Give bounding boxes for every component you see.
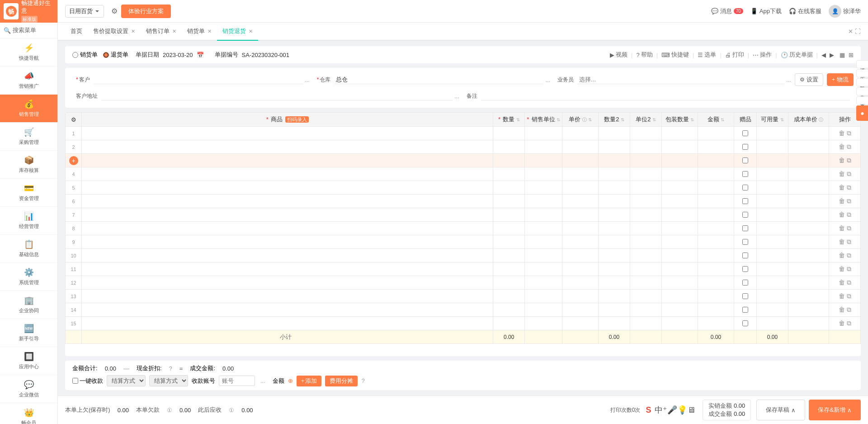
delete-row-icon[interactable]: 🗑 <box>839 238 845 246</box>
shortcut-action[interactable]: ⌨ 快捷键 <box>661 51 689 59</box>
sidebar-item-purchase[interactable]: 🛒 采购管理 <box>0 123 57 151</box>
app-download-item[interactable]: 📱 App下载 <box>750 7 782 15</box>
unit-cell[interactable] <box>525 235 562 249</box>
avail-cell[interactable] <box>757 167 788 181</box>
tab-sales-delivery[interactable]: 销货单 ✕ <box>182 23 217 41</box>
cost-cell[interactable] <box>788 303 829 317</box>
amount-cell[interactable] <box>698 276 734 290</box>
avail-cell[interactable] <box>757 290 788 303</box>
unit2-cell[interactable] <box>630 127 662 140</box>
tab-close-sales-order[interactable]: ✕ <box>172 29 176 34</box>
cost-cell[interactable] <box>788 208 829 222</box>
history-action[interactable]: 🕐 历史单据 <box>781 51 813 59</box>
unit-sort-icon[interactable]: ⇅ <box>557 117 560 122</box>
unit2-cell[interactable] <box>630 290 662 303</box>
amount-cell[interactable] <box>698 317 734 330</box>
settings-btn[interactable]: ⚙ 设置 <box>795 73 823 86</box>
price-cell[interactable] <box>562 167 599 181</box>
pkgqty-cell[interactable] <box>662 181 698 195</box>
qty2-cell[interactable] <box>599 303 630 317</box>
cost-cell[interactable] <box>788 181 829 195</box>
online-service-item[interactable]: 🎧 在线客服 <box>789 7 821 15</box>
avail-sort-icon[interactable]: ⇅ <box>780 117 784 122</box>
gift-checkbox[interactable] <box>742 293 748 299</box>
delete-row-icon[interactable]: 🗑 <box>839 129 845 137</box>
gift-checkbox[interactable] <box>742 212 748 218</box>
cost-cell[interactable] <box>788 235 829 249</box>
delete-row-icon[interactable]: 🗑 <box>839 265 845 273</box>
pkgqty-cell[interactable] <box>662 235 698 249</box>
qty2-cell[interactable] <box>599 140 630 154</box>
message-item[interactable]: 💬 消息 70 <box>711 7 743 15</box>
float-collect[interactable]: 收藏 <box>856 87 868 95</box>
qty2-cell[interactable] <box>599 290 630 303</box>
unit2-cell[interactable] <box>630 140 662 154</box>
tab-sales-return[interactable]: 销货退货 ✕ <box>217 23 258 41</box>
cost-cell[interactable] <box>788 127 829 140</box>
operate-action[interactable]: ⋯ 操作 <box>753 51 772 59</box>
customer-dots[interactable]: ... <box>305 76 310 83</box>
qty2-sort-icon[interactable]: ⇅ <box>621 117 624 122</box>
unit2-cell[interactable] <box>630 167 662 181</box>
pkgqty-cell[interactable] <box>662 208 698 222</box>
cost-cell[interactable] <box>788 167 829 181</box>
unit-cell[interactable] <box>525 262 562 276</box>
price-cell[interactable] <box>562 181 599 195</box>
unit2-cell[interactable] <box>630 303 662 317</box>
pkgqty-cell[interactable] <box>662 262 698 276</box>
amount-cell[interactable] <box>698 208 734 222</box>
delete-row-icon[interactable]: 🗑 <box>839 143 845 151</box>
qty-cell[interactable] <box>493 181 525 195</box>
unit2-cell[interactable] <box>630 249 662 262</box>
unit2-cell[interactable] <box>630 262 662 276</box>
amount-cell[interactable] <box>698 303 734 317</box>
price-cell[interactable] <box>562 235 599 249</box>
account-dots[interactable]: ... <box>260 377 265 384</box>
avail-cell[interactable] <box>757 235 788 249</box>
qty-cell[interactable] <box>493 195 525 208</box>
price-sort-icon[interactable]: ⇅ <box>588 117 592 122</box>
price-cell[interactable] <box>562 140 599 154</box>
discount-help-icon[interactable]: ? <box>169 365 172 372</box>
amount-cell[interactable] <box>698 167 734 181</box>
cost-split-button[interactable]: 费用分摊 <box>325 376 358 386</box>
sidebar-item-wechat[interactable]: 💬 企业微信 <box>0 375 57 403</box>
copy-row-icon[interactable]: ⧉ <box>847 238 851 246</box>
copy-row-icon[interactable]: ⧉ <box>847 279 851 286</box>
avail-cell[interactable] <box>757 317 788 330</box>
unit-cell[interactable] <box>525 195 562 208</box>
copy-row-icon[interactable]: ⧉ <box>847 129 851 137</box>
unit2-cell[interactable] <box>630 276 662 290</box>
pkgqty-cell[interactable] <box>662 317 698 330</box>
warehouse-input[interactable] <box>334 75 543 84</box>
gift-checkbox[interactable] <box>742 280 748 286</box>
pkgqty-cell[interactable] <box>662 222 698 235</box>
gift-checkbox[interactable] <box>742 239 748 245</box>
th-gear[interactable]: ⚙ <box>66 113 82 127</box>
avail-cell[interactable] <box>757 276 788 290</box>
delete-row-icon[interactable]: 🗑 <box>839 170 845 178</box>
cost-cell[interactable] <box>788 249 829 262</box>
qty-cell[interactable] <box>493 262 525 276</box>
price-cell[interactable] <box>562 290 599 303</box>
tab-sales-order[interactable]: 销售订单 ✕ <box>141 23 182 41</box>
add-row-button[interactable]: + <box>69 156 78 165</box>
qty-cell[interactable] <box>493 154 525 167</box>
unit2-cell[interactable] <box>630 195 662 208</box>
gift-checkbox[interactable] <box>742 307 748 313</box>
unit-cell[interactable] <box>525 140 562 154</box>
salesperson-dots[interactable]: ... <box>786 76 791 83</box>
copy-row-icon[interactable]: ⧉ <box>847 224 851 232</box>
cost-cell[interactable] <box>788 290 829 303</box>
avail-cell[interactable] <box>757 249 788 262</box>
qty-cell[interactable] <box>493 127 525 140</box>
product-input-active[interactable] <box>84 157 491 164</box>
calendar-icon[interactable]: 📅 <box>197 52 204 58</box>
cost-cell[interactable] <box>788 262 829 276</box>
remark-input[interactable] <box>481 91 850 100</box>
calc-method-select[interactable]: 结算方式 <box>107 375 146 386</box>
pkgqty-sort-icon[interactable]: ⇅ <box>690 117 694 122</box>
sales-radio-input[interactable] <box>72 52 78 58</box>
copy-row-icon[interactable]: ⧉ <box>847 265 851 273</box>
qty-cell[interactable] <box>493 167 525 181</box>
